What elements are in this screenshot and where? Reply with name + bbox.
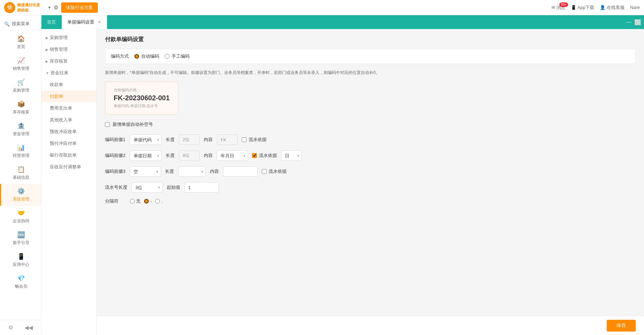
sidebar-item-finance[interactable]: 🏦 资金管理 (0, 119, 41, 140)
finance-icon: 🏦 (17, 122, 25, 130)
sidebar-sales-label: 销售管理 (13, 66, 29, 72)
sales-icon: 📈 (17, 57, 25, 64)
prefix2-content-select[interactable]: 年月日 年月 年 (217, 150, 248, 161)
prefix2-stream-label: 流水依据 (259, 152, 277, 159)
sub-item-ar-ap-adjust[interactable]: 应收应付调整单 (41, 161, 96, 173)
sep-none-radio[interactable] (130, 199, 135, 204)
sidebar: 🔍 搜索菜单 🏠 首页 📈 销售管理 🛒 采购管理 📦 库存核算 🏦 资金管理 … (0, 15, 41, 335)
prefix3-stream-checkbox[interactable] (262, 169, 267, 174)
sub-item-other-income[interactable]: 其他收入单 (41, 114, 96, 126)
tab-code-setting[interactable]: 单据编码设置 ✕ (62, 15, 107, 29)
inventory-icon: 📦 (17, 100, 25, 108)
sidebar-item-member[interactable]: 💎 畅会员 (0, 271, 41, 293)
app-download-btn[interactable]: 📱 App下载 (571, 4, 594, 11)
sub-item-bank-deposit[interactable]: 银行存取款单 (41, 149, 96, 161)
basics-icon: 📋 (17, 166, 25, 173)
sep-dash-option[interactable]: - (144, 199, 152, 204)
prefix3-content-label: 内容 (210, 168, 219, 175)
start-value-input[interactable] (184, 182, 219, 193)
preview-box: 当前编码示例： FK-20230602-001 单据代码-单据日期-流水号 (105, 82, 178, 114)
prefix2-length-label: 长度 (166, 152, 175, 159)
sidebar-settings-btn[interactable]: ⚙ (8, 324, 13, 331)
message-btn[interactable]: ✉ 99+ 消息 (551, 4, 566, 11)
sub-group-capital[interactable]: ▼ 资金往来 (41, 67, 96, 79)
prefix1-length-input (179, 134, 200, 145)
auto-fill-row: 新增单据自动补空号 (105, 121, 636, 128)
sub-group-inventory[interactable]: ▶ 库存核算 (41, 55, 96, 67)
prefix3-select[interactable]: 空 (130, 166, 161, 177)
auto-encoding-radio[interactable] (134, 54, 139, 59)
enterprise-icon: 🤝 (17, 209, 25, 217)
prefix2-row: 编码前缀2 单据日期 ▾ 长度 内容 年月日 (105, 150, 636, 161)
prefix2-content-select-wrap: 年月日 年月 年 ▾ (217, 150, 248, 161)
manual-encoding-radio[interactable] (165, 54, 170, 59)
tab-maximize-btn[interactable]: ⬜ (634, 19, 641, 26)
sub-group-purchase-label: 采购管理 (50, 35, 68, 41)
prefix1-row: 编码前缀1 单据代码 ▾ 长度 内容 流水依 (105, 134, 636, 145)
sidebar-item-purchase[interactable]: 🛒 采购管理 (0, 75, 41, 97)
prefix1-stream-label: 流水依据 (249, 137, 267, 143)
sep-dash-radio[interactable] (144, 199, 149, 204)
tab-close-icon[interactable]: ✕ (98, 20, 101, 25)
search-icon: 🔍 (4, 21, 10, 27)
tab-code-setting-label: 单据编码设置 (67, 19, 94, 25)
prefix1-content-label: 内容 (204, 137, 213, 143)
prefix2-stream-checkbox[interactable] (252, 153, 257, 158)
sidebar-item-home[interactable]: 🏠 首页 (0, 31, 41, 53)
sidebar-item-system[interactable]: ⚙️ 系统管理 (0, 184, 41, 206)
appcenter-icon: 📱 (17, 253, 25, 260)
prefix1-stream-checkbox[interactable] (242, 137, 247, 142)
sep-dot-radio[interactable] (155, 199, 160, 204)
sidebar-item-operations[interactable]: 📊 经营管理 (0, 140, 41, 162)
prefix1-stream-wrap: 流水依据 (242, 137, 267, 143)
auto-encoding-option[interactable]: 自动编码 (134, 53, 159, 59)
prefix1-select[interactable]: 单据代码 (130, 134, 162, 145)
tab-minimize-btn[interactable]: — (626, 19, 632, 25)
settings-icon[interactable]: ⚙ (54, 4, 58, 11)
prefix2-select[interactable]: 单据日期 (130, 150, 162, 161)
sub-item-prepay-payable[interactable]: 预付冲应付单 (41, 138, 96, 149)
trial-button[interactable]: 体验行业方案 (61, 2, 98, 13)
inner-layout: ▶ 采购管理 ▶ 销售管理 ▶ 库存核算 ▼ 资金往来 收款单 付款单 费用支出… (41, 29, 644, 335)
sub-arrow-inventory: ▶ (46, 59, 48, 63)
sidebar-item-inventory[interactable]: 📦 库存核算 (0, 97, 41, 119)
sidebar-item-enterprise[interactable]: 🤝 企业协同 (0, 206, 41, 227)
operations-icon: 📊 (17, 144, 25, 151)
sidebar-item-guide[interactable]: 🆕 新手引导 (0, 227, 41, 249)
serial-length-select[interactable]: 3位 4位 5位 6位 (132, 182, 163, 193)
prefix3-length-label: 长度 (165, 168, 174, 175)
sub-item-payment[interactable]: 付款单 (41, 91, 96, 102)
logo-area: 畅 畅捷通好生意 插曲版 (4, 2, 46, 13)
sep-none-option[interactable]: 无 (130, 198, 141, 204)
sidebar-enterprise-label: 企业协同 (13, 218, 29, 224)
sep-dash-label: - (150, 199, 152, 204)
sub-item-receipt[interactable]: 收款单 (41, 79, 96, 91)
sub-group-inventory-label: 库存核算 (50, 58, 68, 64)
prefix2-unit-select[interactable]: 日 月 年 (281, 150, 302, 161)
prefix3-content-input[interactable] (223, 166, 258, 177)
sidebar-item-sales[interactable]: 📈 销售管理 (0, 53, 41, 75)
prefix3-length-select-wrap: ▾ (178, 166, 206, 177)
sub-group-purchase[interactable]: ▶ 采购管理 (41, 32, 96, 44)
sidebar-item-basics[interactable]: 📋 基础信息 (0, 162, 41, 184)
serial-length-label: 流水号长度 (105, 184, 127, 190)
tab-home[interactable]: 首页 (41, 15, 62, 29)
workspace-dropdown[interactable]: ▾ (48, 5, 51, 10)
online-service-btn[interactable]: 👤 在线客服 (600, 4, 625, 11)
sub-group-sales[interactable]: ▶ 销售管理 (41, 44, 96, 55)
home-icon: 🏠 (17, 35, 25, 43)
search-menu-btn[interactable]: 🔍 搜索菜单 (0, 18, 41, 30)
sidebar-finance-label: 资金管理 (13, 131, 29, 137)
sub-item-prepay-receivable[interactable]: 预收冲应收单 (41, 126, 96, 138)
manual-encoding-option[interactable]: 手工编码 (165, 53, 190, 59)
prefix3-label: 编码前缀3 (105, 168, 126, 175)
sidebar-item-appcenter[interactable]: 📱 应用中心 (0, 249, 41, 271)
sub-item-expense[interactable]: 费用支出单 (41, 102, 96, 114)
save-button[interactable]: 保存 (607, 320, 636, 332)
sep-dot-option[interactable]: . (155, 199, 163, 204)
prefix3-length-select[interactable] (178, 166, 206, 177)
auto-fill-checkbox[interactable] (105, 122, 110, 127)
sidebar-collapse-btn[interactable]: ◀◀ (25, 324, 33, 331)
form-container: 付款单编码设置 编码方式 自动编码 手工编码 (97, 29, 644, 335)
serial-length-row: 流水号长度 3位 4位 5位 6位 ▾ 起始值 (105, 182, 636, 193)
